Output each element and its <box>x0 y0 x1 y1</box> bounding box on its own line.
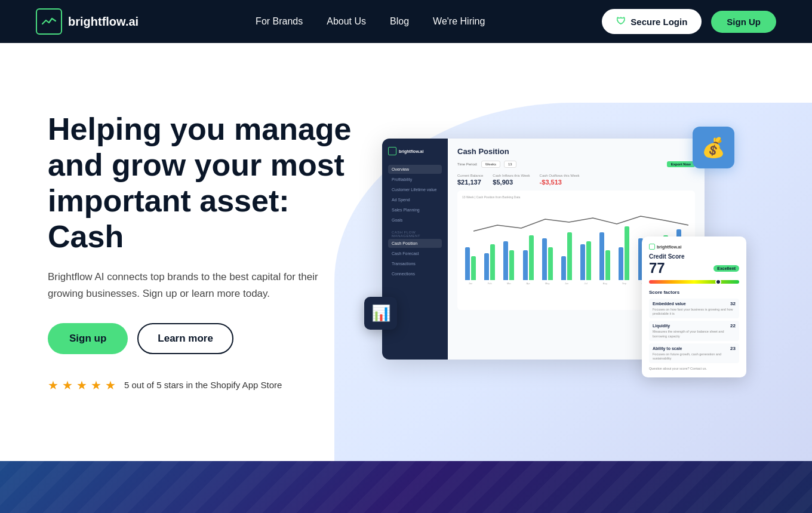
bar-group-4: Apr <box>520 235 537 285</box>
dashboard-filters: Time Period: Weeks 13 Export Now <box>457 161 695 168</box>
bar-group-7: Jul <box>577 241 594 285</box>
sidebar-logo: brightflow.ai <box>388 147 442 155</box>
bar-group-8: Aug <box>596 232 613 285</box>
factor-ability-to-scale: Ability to scale 23 Focuses on future gr… <box>649 343 739 363</box>
secure-login-button[interactable]: 🛡 Secure Login <box>602 9 702 34</box>
factor-embedded-value: Embedded value 32 Focuses on how fast yo… <box>649 299 739 318</box>
sidebar-clv: Customer Lifetime value <box>388 185 442 194</box>
stat-outflows: Cash Outflows this Week -$3,513 <box>540 174 580 186</box>
filter-time-label: Time Period: <box>457 162 478 166</box>
sidebar-cashforecast: Cash Forecast <box>388 249 442 258</box>
hero-signup-button[interactable]: Sign up <box>48 323 128 354</box>
logo[interactable]: brightflow.ai <box>36 8 139 35</box>
filter-num: 13 <box>504 161 516 168</box>
stat-inflows: Cash Inflows this Week $5,903 <box>493 174 530 186</box>
sidebar-goals: Goals <box>388 216 442 225</box>
credit-score-logo-icon <box>649 244 655 250</box>
line-chart-svg <box>462 207 700 237</box>
sidebar-logo-label: brightflow.ai <box>399 149 423 153</box>
filter-weeks: Weeks <box>481 161 500 168</box>
navigation: brightflow.ai For Brands About Us Blog W… <box>0 0 812 43</box>
factor-liquidity: Liquidity 22 Measures the strength of yo… <box>649 321 739 340</box>
credit-score-logo-text: brightflow.ai <box>657 245 681 249</box>
hero-right: 💰 brightflow.ai Overview Profitability C… <box>358 127 764 377</box>
hero-title: Helping you manage and grow your most im… <box>48 112 358 254</box>
bar-blue <box>465 247 470 280</box>
stars-text: 5 out of 5 stars in the Shopify App Stor… <box>124 380 282 390</box>
hero-left: Helping you manage and grow your most im… <box>48 112 358 392</box>
logo-text: brightflow.ai <box>68 15 139 29</box>
score-factors-title: Score factors <box>649 290 739 295</box>
sidebar-transactions: Transactions <box>388 259 442 268</box>
nav-links: For Brands About Us Blog We're Hiring <box>256 16 485 27</box>
signup-nav-button[interactable]: Sign Up <box>711 11 776 33</box>
chart-subtitle: 13 Week | Cash Position from Banking Dat… <box>462 195 690 199</box>
hero-learn-more-button[interactable]: Learn more <box>137 323 233 354</box>
nav-were-hiring[interactable]: We're Hiring <box>433 16 485 26</box>
credit-score-value: 77 <box>649 260 665 277</box>
bar-group-1: Jan <box>462 247 479 285</box>
bar-green <box>471 256 476 280</box>
credit-score-header: brightflow.ai <box>649 244 739 250</box>
credit-score-badge: Excellent <box>713 265 739 272</box>
logo-icon <box>36 8 62 35</box>
shield-icon: 🛡 <box>616 16 626 27</box>
sidebar-connections: Connections <box>388 269 442 278</box>
star-5: ★ <box>105 378 116 392</box>
stat-balance: Current Balance $21,137 <box>457 174 483 186</box>
star-4: ★ <box>91 378 102 392</box>
credit-score-footer: Question about your score? Contact us. <box>649 367 739 370</box>
export-button[interactable]: Export Now <box>667 161 695 167</box>
credit-score-logo: brightflow.ai <box>649 244 681 250</box>
hero-subtitle: Brightflow AI connects top brands to the… <box>48 269 322 301</box>
nav-blog[interactable]: Blog <box>390 16 409 26</box>
hero-rating: ★ ★ ★ ★ ★ 5 out of 5 stars in the Shopif… <box>48 378 358 392</box>
sidebar-adspend: Ad Spend <box>388 195 442 204</box>
nav-about-us[interactable]: About Us <box>327 16 366 26</box>
hero-buttons: Sign up Learn more <box>48 323 358 354</box>
credit-score-title: Credit Score <box>649 253 739 260</box>
nav-for-brands[interactable]: For Brands <box>256 16 303 26</box>
dashboard-title: Cash Position <box>457 147 695 156</box>
star-3: ★ <box>76 378 87 392</box>
sidebar-section-cfm: Cash Flow Management <box>388 226 442 239</box>
nav-actions: 🛡 Secure Login Sign Up <box>602 9 776 34</box>
money-bag-icon: 💰 <box>702 136 725 159</box>
credit-score-row: 77 Excellent <box>649 260 739 277</box>
bottom-section <box>0 461 812 513</box>
sidebar-overview: Overview <box>388 165 442 174</box>
star-1: ★ <box>48 378 59 392</box>
dashboard-stats: Current Balance $21,137 Cash Inflows thi… <box>457 174 695 186</box>
sidebar-cashposition: Cash Position <box>388 239 442 248</box>
presentation-card: 📊 <box>364 297 397 330</box>
credit-score-card: brightflow.ai Credit Score 77 Excellent … <box>642 236 746 377</box>
money-bag-card: 💰 <box>693 127 734 168</box>
sidebar-logo-box <box>388 147 396 155</box>
dashboard-mockup: 💰 brightflow.ai Overview Profitability C… <box>382 127 740 377</box>
bar-group-2: Feb <box>481 244 498 285</box>
bar-group-6: Jun <box>558 232 575 285</box>
credit-score-indicator <box>715 279 721 285</box>
sidebar-salesplanning: Sales Planning <box>388 205 442 214</box>
hero-section: Helping you manage and grow your most im… <box>0 43 812 461</box>
star-2: ★ <box>62 378 73 392</box>
bar-group-3: Mar <box>500 241 517 285</box>
credit-score-bar <box>649 280 739 284</box>
bar-group-5: May <box>539 238 556 285</box>
presentation-icon: 📊 <box>371 304 390 322</box>
sidebar-profitability: Profitability <box>388 175 442 184</box>
